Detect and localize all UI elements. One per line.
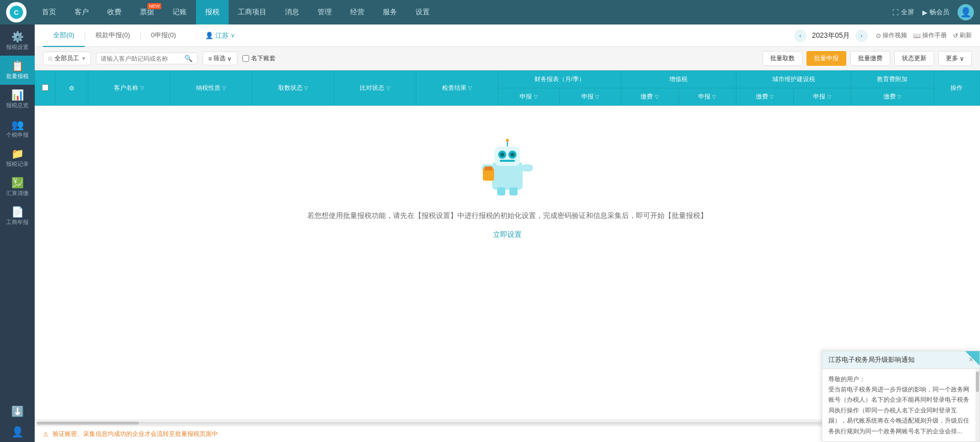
sidebar-item-tax-records[interactable]: 📁 报税记录: [0, 143, 35, 173]
notification-header: 江苏电子税务局升级影响通知 ×: [822, 351, 979, 369]
sidebar-item-settlement[interactable]: 💹 汇算清缴: [0, 173, 35, 202]
svg-rect-14: [484, 166, 493, 170]
nav-bookkeeping[interactable]: 记账: [163, 0, 196, 24]
nav-invoice[interactable]: 票据 NEW: [131, 0, 163, 24]
employee-select[interactable]: ⊞ 全部员工 ▼: [43, 52, 91, 65]
client-name-filter-icon[interactable]: ▽: [140, 85, 144, 91]
notification-body: 尊敬的用户： 受当前电子税务局进一步升级的影响，同一个政务网账号（办税人）名下的…: [822, 369, 979, 441]
tax-records-icon: 📁: [11, 149, 24, 159]
refresh-link[interactable]: ↺ 刷新: [953, 31, 972, 40]
app-logo[interactable]: C: [6, 2, 27, 22]
prev-arrow-icon: ‹: [799, 32, 801, 39]
next-month-button[interactable]: ›: [855, 30, 868, 42]
header-vat-pay: 缴费 ▽: [621, 88, 679, 106]
nav-operation[interactable]: 经营: [341, 0, 374, 24]
header-financial-report: 财务报表（月/季）: [498, 71, 621, 88]
tax-settings-icon: ⚙️: [11, 32, 24, 42]
region-person-icon: 👤: [205, 32, 213, 39]
gear-icon[interactable]: ⚙: [69, 85, 75, 92]
setup-link[interactable]: 立即设置: [493, 230, 522, 239]
vat-declare-filter-icon[interactable]: ▽: [595, 94, 599, 100]
sidebar-item-tax-summary[interactable]: 📊 报税总览: [0, 85, 35, 114]
robot-illustration: [477, 136, 538, 199]
name-checkbox[interactable]: [242, 55, 249, 62]
sidebar: ⚙️ 报税设置 📋 批量报税 📊 报税总览 👥 个税申报 📁 报税记录 💹 汇算…: [0, 24, 35, 442]
nav-management[interactable]: 管理: [308, 0, 341, 24]
fetch-status-filter-icon[interactable]: ▽: [304, 85, 308, 91]
tab-zero-declare[interactable]: 0申报(0): [141, 24, 186, 47]
fin-declare-filter-icon[interactable]: ▽: [534, 94, 538, 100]
filter-icon: ≡: [208, 55, 212, 62]
nav-home[interactable]: 首页: [33, 0, 65, 24]
sidebar-item-personal-tax[interactable]: 👥 个税申报: [0, 114, 35, 143]
tab-all[interactable]: 全部(0): [43, 24, 85, 47]
region-select[interactable]: 👤 江苏 ∨: [197, 31, 241, 40]
nav-tax[interactable]: 报税: [196, 0, 229, 24]
video-icon: ⊙: [876, 32, 881, 39]
empty-text: 若您想使用批量报税功能，请先在【报税设置】中进行报税的初始化设置，完成密码验证和…: [307, 209, 707, 222]
tabs-right: ⊙ 操作视频 📖 操作手册 ↺ 刷新: [876, 31, 972, 40]
filter-right: 批量取数 批量申报 批量缴费 状态更新 更多 ∨: [763, 51, 972, 66]
sidebar-item-batch-tax[interactable]: 📋 批量报税: [0, 56, 35, 85]
notif-scroll-thumb: [976, 372, 979, 392]
svg-point-7: [510, 153, 514, 157]
more-button[interactable]: 更多 ∨: [938, 51, 972, 66]
batch-declare-button[interactable]: 批量申报: [806, 51, 846, 66]
prev-month-button[interactable]: ‹: [794, 30, 806, 42]
nav-customer[interactable]: 客户: [65, 0, 98, 24]
member-button[interactable]: ▶ 畅会员: [922, 8, 949, 17]
nav-industry[interactable]: 工商项目: [229, 0, 276, 24]
batch-pay-button[interactable]: 批量缴费: [850, 51, 890, 66]
edu-declare-filter-icon[interactable]: ▽: [827, 94, 831, 100]
more-arrow-icon: ∨: [960, 55, 964, 62]
nav-items: 首页 客户 收费 票据 NEW 记账 报税 工商项目 消息 管理 经营 服务 设…: [33, 0, 892, 24]
svg-rect-2: [492, 162, 523, 190]
filter-row: ⊞ 全部员工 ▼ 🔍 ≡ 筛选 ∨ 名下账套 批量取数 批量申报 批量缴费: [35, 47, 980, 70]
sidebar-item-download[interactable]: ⬇️: [0, 401, 35, 422]
compare-status-filter-icon[interactable]: ▽: [386, 85, 390, 91]
user-icon: 👤: [11, 427, 24, 437]
edu-pay-filter-icon[interactable]: ▽: [897, 94, 901, 100]
header-vat: 增值税: [621, 71, 736, 88]
nav-settings[interactable]: 设置: [406, 0, 439, 24]
scroll-thumb[interactable]: [37, 422, 139, 425]
search-button[interactable]: 🔍: [184, 55, 193, 62]
header-city-declare: 申报 ▽: [678, 88, 736, 106]
sidebar-item-user[interactable]: 👤: [0, 422, 35, 442]
nav-message[interactable]: 消息: [276, 0, 308, 24]
manual-link[interactable]: 📖 操作手册: [913, 31, 947, 40]
avatar[interactable]: 👤: [958, 4, 974, 20]
search-input-wrap: 🔍: [96, 53, 198, 64]
employee-arrow-icon: ▼: [81, 56, 86, 61]
filter-button[interactable]: ≡ 筛选 ∨: [203, 52, 237, 65]
fullscreen-button[interactable]: ⛶ 全屏: [892, 8, 914, 17]
city-pay-filter-icon[interactable]: ▽: [770, 94, 774, 100]
status-update-button[interactable]: 状态更新: [894, 51, 934, 66]
header-edu-declare: 申报 ▽: [794, 88, 851, 106]
empty-state: 若您想使用批量报税功能，请先在【报税设置】中进行报税的初始化设置，完成密码验证和…: [35, 106, 980, 270]
city-declare-filter-icon[interactable]: ▽: [712, 94, 716, 100]
tax-nature-filter-icon[interactable]: ▽: [222, 85, 226, 91]
svg-point-9: [506, 139, 509, 142]
vat-pay-filter-icon[interactable]: ▽: [655, 94, 659, 100]
region-arrow-icon: ∨: [231, 32, 235, 39]
checkbox-wrap[interactable]: 名下账套: [242, 54, 276, 63]
tab-tax-declare[interactable]: 税款申报(0): [85, 24, 140, 47]
notif-scrollbar[interactable]: [975, 370, 979, 441]
header-operation: 操作: [934, 71, 979, 106]
check-result-filter-icon[interactable]: ▽: [468, 85, 472, 91]
personal-tax-icon: 👥: [11, 119, 24, 130]
header-compare-status: 比对状态 ▽: [334, 71, 416, 106]
sidebar-item-annual-report[interactable]: 📄 工商年报: [0, 202, 35, 231]
nav-billing[interactable]: 收费: [98, 0, 131, 24]
nav-service[interactable]: 服务: [374, 0, 406, 24]
batch-fetch-button[interactable]: 批量取数: [763, 51, 802, 66]
notification-panel: 江苏电子税务局升级影响通知 × 尊敬的用户： 受当前电子税务局进一步升级的影响，…: [822, 351, 980, 442]
download-icon: ⬇️: [11, 406, 24, 416]
search-input[interactable]: [101, 55, 182, 62]
header-checkbox: [35, 71, 56, 106]
sidebar-item-tax-settings[interactable]: ⚙️ 报税设置: [0, 27, 35, 56]
header-check-result: 检查结果 ▽: [416, 71, 498, 106]
video-link[interactable]: ⊙ 操作视频: [876, 31, 907, 40]
select-all-checkbox[interactable]: [42, 84, 48, 91]
